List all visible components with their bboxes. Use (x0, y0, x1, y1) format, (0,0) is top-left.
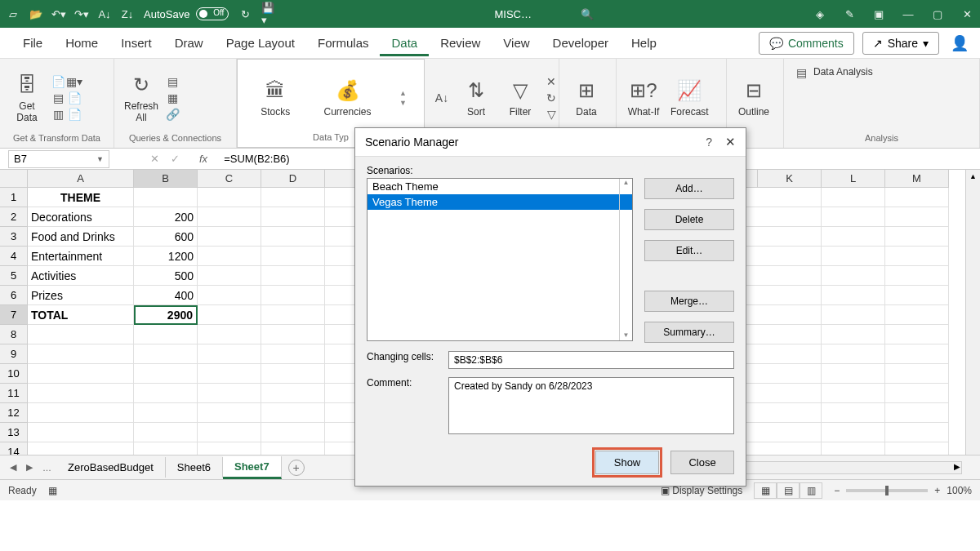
cell-A3[interactable]: Food and Drinks (28, 227, 134, 247)
vertical-scrollbar[interactable]: ▲ (965, 170, 980, 455)
data-tools-button[interactable]: ⊞ Data (566, 74, 607, 121)
fx-icon[interactable]: fx (199, 153, 207, 165)
tab-nav-left[interactable]: ◀ (5, 462, 21, 473)
summary-button[interactable]: Summary… (644, 322, 734, 343)
menu-data[interactable]: Data (380, 29, 429, 56)
conn-icon[interactable]: 📄 (67, 107, 82, 122)
cell-A6[interactable]: Prizes (28, 286, 134, 305)
open-icon[interactable]: 📂 (29, 7, 42, 20)
sheet-tab-1[interactable]: Sheet6 (166, 457, 223, 478)
autosave-toggle[interactable]: AutoSave Off (144, 7, 229, 20)
add-button[interactable]: Add… (644, 178, 734, 199)
show-button[interactable]: Show (595, 451, 659, 474)
cell-B5[interactable]: 500 (134, 266, 198, 286)
tab-nav-more[interactable]: … (38, 463, 56, 473)
menu-developer[interactable]: Developer (541, 29, 620, 56)
from-text-icon[interactable]: 📄 (51, 74, 65, 89)
cell-A4[interactable]: Entertainment (28, 247, 134, 266)
maximize-icon[interactable]: ▢ (931, 7, 944, 20)
stocks-button[interactable]: 🏛 Stocks (255, 74, 296, 121)
menu-draw[interactable]: Draw (163, 29, 215, 56)
sort-az-button[interactable]: A↓ (431, 87, 452, 109)
search-icon[interactable]: 🔍 (581, 7, 594, 20)
sync-icon[interactable]: ↻ (238, 7, 252, 20)
reapply-icon[interactable]: ↻ (544, 91, 559, 105)
zoom-slider[interactable] (846, 489, 928, 492)
view-normal[interactable]: ▦ (754, 482, 777, 499)
save-icon[interactable]: 💾▾ (261, 7, 274, 20)
scenarios-list[interactable]: Beach Theme Vegas Theme ▲ ▼ (367, 178, 633, 341)
whatif-button[interactable]: ⊞? What-If (623, 74, 664, 121)
list-scrollbar[interactable]: ▲ ▼ (619, 179, 632, 340)
col-K[interactable]: K (758, 170, 822, 188)
row-6[interactable]: 6 (0, 286, 28, 305)
row-2[interactable]: 2 (0, 207, 28, 227)
cell-A5[interactable]: Activities (28, 266, 134, 286)
queries-icon[interactable]: ▤ (165, 74, 180, 89)
help-icon[interactable]: ? (706, 136, 712, 149)
from-web-icon[interactable]: ▦▾ (67, 74, 82, 89)
add-sheet-button[interactable]: + (288, 460, 305, 476)
row-1[interactable]: 1 (0, 188, 28, 207)
sort-asc-icon[interactable]: A↓ (98, 7, 111, 20)
forecast-button[interactable]: 📈 Forecast (667, 74, 712, 121)
new-file-icon[interactable]: ▱ (7, 7, 20, 20)
row-11[interactable]: 11 (0, 384, 28, 403)
menu-home[interactable]: Home (54, 29, 109, 56)
row-9[interactable]: 9 (0, 344, 28, 364)
menu-insert[interactable]: Insert (109, 29, 163, 56)
cancel-icon[interactable]: ✕ (150, 153, 159, 165)
edit-button[interactable]: Edit… (644, 240, 734, 261)
cell-A7[interactable]: TOTAL (28, 305, 134, 325)
cell-A2[interactable]: Decorations (28, 207, 134, 227)
row-13[interactable]: 13 (0, 423, 28, 442)
col-D[interactable]: D (261, 170, 325, 188)
cell-B6[interactable]: 400 (134, 286, 198, 305)
user-icon[interactable]: 👤 (951, 34, 969, 52)
scroll-up-icon[interactable]: ▲ (620, 179, 632, 186)
scenario-item-1[interactable]: Vegas Theme (368, 194, 632, 210)
row-4[interactable]: 4 (0, 247, 28, 266)
view-page-break[interactable]: ▥ (800, 482, 822, 499)
menu-help[interactable]: Help (620, 29, 668, 56)
sort-desc-icon[interactable]: Z↓ (121, 7, 134, 20)
minimize-icon[interactable]: ― (902, 7, 915, 20)
data-analysis-button[interactable]: ▤ Data Analysis (791, 62, 876, 83)
row-7[interactable]: 7 (0, 305, 28, 325)
recent-icon[interactable]: 📄 (67, 91, 82, 105)
refresh-all-button[interactable]: ↻ Refresh All (121, 69, 162, 126)
tab-nav-right[interactable]: ▶ (21, 462, 38, 473)
scroll-up-icon[interactable]: ▲ (966, 170, 980, 183)
cell-B7[interactable]: 2900 (134, 305, 198, 325)
menu-pagelayout[interactable]: Page Layout (215, 29, 306, 56)
window-icon[interactable]: ▣ (872, 7, 885, 20)
enter-icon[interactable]: ✓ (171, 153, 180, 165)
menu-file[interactable]: File (11, 29, 54, 56)
menu-review[interactable]: Review (429, 29, 492, 56)
sheet-tab-0[interactable]: ZeroBasedBudget (56, 457, 166, 478)
chevron-up-icon[interactable]: ▲ (399, 89, 407, 97)
scenario-item-0[interactable]: Beach Theme (368, 179, 632, 194)
diamond-icon[interactable]: ◈ (813, 7, 826, 20)
filter-button[interactable]: ▽ Filter (500, 74, 541, 121)
col-L[interactable]: L (822, 170, 885, 188)
chevron-down-icon[interactable]: ▼ (96, 155, 104, 163)
from-table-icon[interactable]: ▤ (51, 91, 65, 105)
sort-button[interactable]: ⇅ Sort (456, 74, 497, 121)
cell-B3[interactable]: 600 (134, 227, 198, 247)
undo-icon[interactable]: ↶▾ (52, 7, 65, 20)
scroll-down-icon[interactable]: ▼ (620, 331, 632, 339)
cell-A1[interactable]: THEME (28, 188, 134, 207)
brush-icon[interactable]: ✎ (843, 7, 856, 20)
select-all-corner[interactable] (0, 170, 28, 188)
menu-view[interactable]: View (492, 29, 541, 56)
close-icon[interactable]: ✕ (960, 7, 973, 20)
col-A[interactable]: A (28, 170, 134, 188)
menu-formulas[interactable]: Formulas (306, 29, 381, 56)
col-C[interactable]: C (198, 170, 261, 188)
horizontal-scrollbar[interactable]: ◀ ▶ (717, 461, 962, 474)
row-8[interactable]: 8 (0, 325, 28, 344)
view-page-layout[interactable]: ▤ (777, 482, 800, 499)
chevron-down-icon[interactable]: ▼ (399, 99, 407, 107)
cell-B2[interactable]: 200 (134, 207, 198, 227)
